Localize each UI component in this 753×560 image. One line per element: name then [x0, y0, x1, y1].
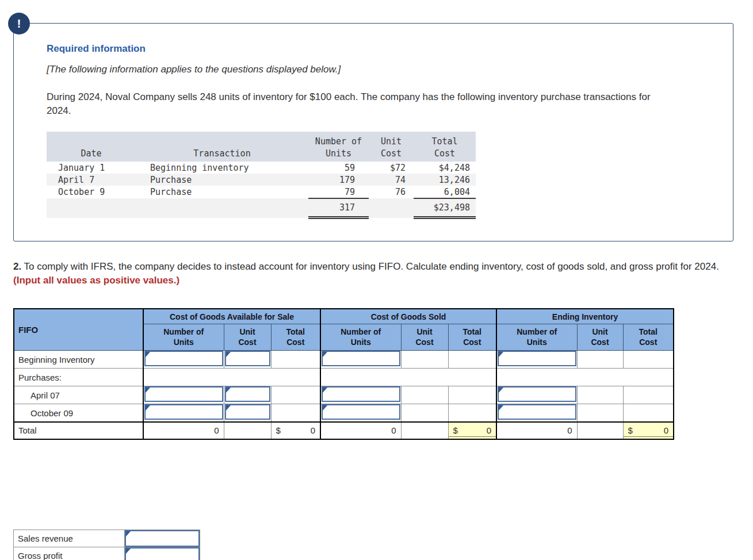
total-available-cost-cell: $ 0	[271, 422, 320, 439]
header-transaction: Transaction	[136, 147, 308, 162]
question-text: 2. To comply with IFRS, the company deci…	[13, 260, 739, 287]
inventory-header-row-1: Number of Unit Total	[47, 132, 476, 147]
group-title-ending: Ending Inventory	[496, 309, 674, 324]
cell	[125, 547, 200, 560]
cell-empty	[369, 198, 414, 218]
cell	[271, 386, 320, 404]
cell-flag-icon	[226, 388, 231, 393]
cell	[496, 351, 577, 369]
cell-total-cost-sum: $23,498	[414, 198, 476, 218]
cell	[496, 404, 577, 422]
gross-profit-input[interactable]	[125, 547, 200, 560]
begin-available-units-input[interactable]	[144, 351, 223, 366]
cell	[320, 351, 401, 369]
cell-flag-icon	[499, 352, 503, 357]
fifo-corner-label: FIFO	[14, 309, 143, 351]
cell	[577, 404, 623, 422]
row-label: Gross profit	[14, 547, 125, 560]
total-sold-cost-cell: $ 0	[448, 422, 496, 439]
october-available-units-input[interactable]	[144, 404, 223, 420]
header-date: Date	[47, 147, 136, 162]
april-available-unit-cost-input[interactable]	[225, 386, 270, 402]
subheader-sold-units: Number of Units	[320, 324, 401, 351]
cell	[320, 404, 401, 422]
table-row: January 1 Beginning inventory 59 $72 $4,…	[47, 162, 476, 174]
cell-flag-icon	[499, 388, 503, 393]
cell-flag-icon	[323, 388, 327, 393]
october-ending-units-input[interactable]	[498, 404, 576, 420]
cell	[623, 386, 674, 404]
subheader-ending-total-cost: Total Cost	[623, 324, 674, 351]
october-available-unit-cost-input[interactable]	[225, 404, 270, 420]
table-row: April 7 Purchase 179 74 13,246	[47, 174, 476, 186]
row-label: April 07	[14, 386, 143, 404]
row-label: October 09	[14, 404, 143, 422]
cell	[448, 404, 496, 422]
header-spacer	[136, 132, 308, 147]
header-total: Total	[414, 132, 476, 147]
scenario-paragraph: During 2024, Noval Company sells 248 uni…	[47, 90, 665, 118]
subheader-ending-unit-cost: Unit Cost	[577, 324, 623, 351]
cell	[320, 386, 401, 404]
cell-merged	[320, 369, 496, 386]
question-red-note: (Input all values as positive values.)	[13, 275, 179, 286]
cell-date: January 1	[47, 162, 136, 174]
april-ending-units-input[interactable]	[498, 386, 576, 402]
fifo-row-beginning-inventory: Beginning Inventory	[14, 351, 674, 369]
cell-transaction: Purchase	[136, 186, 308, 198]
cell-date: April 7	[47, 174, 136, 186]
currency-symbol: $	[628, 425, 633, 435]
table-row: October 9 Purchase 79 76 6,004	[47, 186, 476, 198]
cell-units: 79	[308, 186, 369, 198]
begin-ending-units-input[interactable]	[498, 351, 576, 366]
cell	[224, 404, 271, 422]
cell	[577, 386, 623, 404]
page: { "colors": { "alert_navy": "#24416e", "…	[0, 0, 753, 560]
subheader-available-total-cost: Total Cost	[271, 324, 320, 351]
total-ending-cost-value: 0	[664, 425, 668, 435]
row-label: Sales revenue	[14, 530, 125, 547]
cell-merged	[143, 369, 320, 386]
cell	[224, 422, 271, 439]
april-sold-units-input[interactable]	[322, 386, 400, 402]
inventory-header-row-2: Date Transaction Units Cost Cost	[47, 147, 476, 162]
cell	[623, 404, 674, 422]
header-number-of: Number of	[308, 132, 369, 147]
cell-units: 59	[308, 162, 369, 174]
subheader-sold-unit-cost: Unit Cost	[401, 324, 448, 351]
cell-date: October 9	[47, 186, 136, 198]
subheader-available-unit-cost: Unit Cost	[224, 324, 271, 351]
cell	[125, 530, 200, 547]
header-units: Units	[308, 147, 369, 162]
question-number: 2.	[13, 261, 21, 272]
required-information-heading: Required information	[47, 43, 710, 55]
cell	[143, 351, 224, 369]
cell-flag-icon	[146, 405, 150, 411]
cell-empty	[47, 198, 136, 218]
cell	[143, 404, 224, 422]
begin-available-unit-cost-input[interactable]	[225, 351, 270, 366]
cell	[448, 351, 496, 369]
cell-flag-icon	[323, 405, 327, 411]
row-label: Beginning Inventory	[14, 351, 143, 369]
currency-symbol: $	[276, 425, 281, 435]
subheader-ending-units: Number of Units	[496, 324, 577, 351]
october-sold-units-input[interactable]	[322, 404, 400, 420]
cell-total-cost: 13,246	[414, 174, 476, 186]
cell	[224, 386, 271, 404]
cell	[577, 422, 623, 439]
group-title-available: Cost of Goods Available for Sale	[143, 309, 320, 324]
cell	[143, 386, 224, 404]
cell-unit-cost: $72	[369, 162, 414, 174]
cell	[401, 422, 448, 439]
cell-total-cost: $4,248	[414, 162, 476, 174]
sales-revenue-input[interactable]	[125, 530, 200, 547]
header-total-cost: Cost	[414, 147, 476, 162]
subheader-available-units: Number of Units	[143, 324, 224, 351]
cell	[577, 351, 623, 369]
alert-exclamation-icon: !	[8, 13, 30, 34]
cell-unit-cost: 76	[369, 186, 414, 198]
cell-total-cost: 6,004	[414, 186, 476, 198]
begin-sold-units-input[interactable]	[322, 351, 400, 366]
april-available-units-input[interactable]	[144, 386, 223, 402]
